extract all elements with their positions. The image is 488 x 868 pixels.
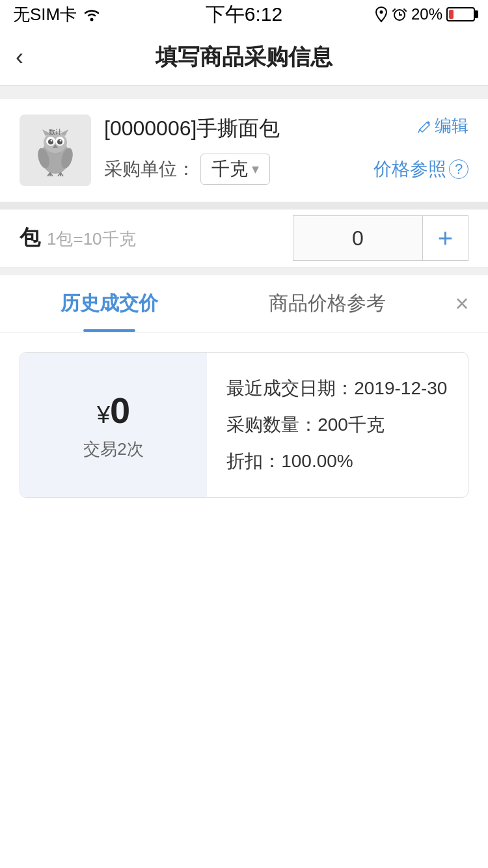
- edit-button[interactable]: 编辑: [418, 115, 468, 137]
- quantity-hint: 1包=10千克: [47, 228, 136, 251]
- tab-active-indicator: [83, 329, 135, 332]
- page-title: 填写商品采购信息: [156, 42, 332, 72]
- unit-value: 千克: [211, 157, 248, 182]
- nav-bar: ‹ 填写商品采购信息: [0, 29, 488, 86]
- tabs-header: 历史成交价 商品价格参考 ×: [0, 275, 488, 332]
- alarm-icon: [392, 7, 407, 22]
- svg-point-12: [60, 140, 62, 142]
- qty-label: 采购数量：: [226, 414, 318, 435]
- price-display: ¥0: [97, 389, 130, 431]
- date-value: 2019-12-30: [354, 378, 447, 398]
- unit-label-text: 采购单位：: [104, 157, 195, 182]
- svg-point-0: [90, 18, 94, 21]
- discount-detail: 折扣：100.00%: [226, 449, 448, 474]
- product-image: 数计: [20, 115, 91, 186]
- pencil-icon: [418, 119, 432, 133]
- status-bar: 无SIM卡 下午6:12 20%: [0, 0, 488, 29]
- edit-label: 编辑: [435, 115, 468, 137]
- svg-point-11: [51, 140, 53, 142]
- trade-count: 交易2次: [83, 438, 143, 461]
- price-symbol: ¥: [97, 401, 110, 428]
- location-icon: [375, 6, 388, 23]
- discount-value: 100.00%: [281, 451, 353, 471]
- svg-text:数计: 数计: [49, 128, 62, 135]
- back-button[interactable]: ‹: [16, 44, 23, 71]
- tab-product-price[interactable]: 商品价格参考: [218, 275, 436, 332]
- thin-divider: [0, 267, 488, 267]
- quantity-unit: 包: [20, 224, 40, 252]
- product-card: 数计 [0000006]手撕面包 编辑 采购单位： 千克 ▾: [0, 99, 488, 202]
- date-label: 最近成交日期：: [226, 378, 354, 398]
- history-card: ¥0 交易2次 最近成交日期：2019-12-30 采购数量：200千克 折扣：…: [20, 352, 468, 498]
- price-value: 0: [110, 390, 130, 431]
- date-detail: 最近成交日期：2019-12-30: [226, 376, 448, 401]
- battery-icon: [446, 7, 475, 21]
- svg-line-25: [418, 129, 420, 133]
- price-ref-label: 价格参照: [373, 157, 446, 182]
- bottom-area: [0, 517, 488, 868]
- price-ref-button[interactable]: 价格参照 ?: [373, 157, 468, 182]
- section-divider: [0, 202, 488, 210]
- quantity-plus-button[interactable]: +: [423, 215, 468, 261]
- product-thumbnail: 数计: [29, 124, 81, 176]
- status-time: 下午6:12: [206, 1, 282, 28]
- unit-select[interactable]: 千克 ▾: [200, 154, 270, 185]
- history-details-section: 最近成交日期：2019-12-30 采购数量：200千克 折扣：100.00%: [207, 353, 468, 497]
- qty-detail: 采购数量：200千克: [226, 413, 448, 437]
- status-right: 20%: [375, 5, 475, 23]
- product-name: [0000006]手撕面包: [104, 115, 280, 143]
- product-details: [0000006]手撕面包 编辑 采购单位： 千克 ▾ 价格参照: [104, 115, 468, 185]
- tabs-section: 历史成交价 商品价格参考 × ¥0 交易2次 最近成交日期：2019-12-30…: [0, 275, 488, 517]
- wifi-icon: [82, 7, 102, 21]
- unit-dropdown-arrow: ▾: [252, 161, 259, 178]
- tab-history-price[interactable]: 历史成交价: [0, 275, 218, 332]
- discount-label: 折扣：: [226, 451, 281, 471]
- tab2-label: 商品价格参考: [269, 290, 386, 317]
- tab-close-button[interactable]: ×: [436, 278, 488, 330]
- quantity-input[interactable]: [293, 215, 423, 261]
- battery-text: 20%: [411, 5, 442, 23]
- history-price-section: ¥0 交易2次: [20, 353, 207, 497]
- quantity-label-group: 包 1包=10千克: [20, 224, 136, 252]
- carrier-text: 无SIM卡: [13, 3, 77, 26]
- status-left: 无SIM卡: [13, 3, 102, 26]
- svg-point-1: [379, 10, 383, 14]
- quantity-input-group: +: [293, 215, 468, 261]
- history-content: ¥0 交易2次 最近成交日期：2019-12-30 采购数量：200千克 折扣：…: [0, 332, 488, 517]
- price-ref-icon: ?: [449, 159, 468, 179]
- product-title-row: [0000006]手撕面包 编辑: [104, 115, 468, 143]
- unit-row: 采购单位： 千克 ▾ 价格参照 ?: [104, 154, 468, 185]
- qty-value: 200千克: [318, 414, 385, 435]
- tab1-label: 历史成交价: [61, 290, 158, 317]
- quantity-row: 包 1包=10千克 +: [0, 210, 488, 267]
